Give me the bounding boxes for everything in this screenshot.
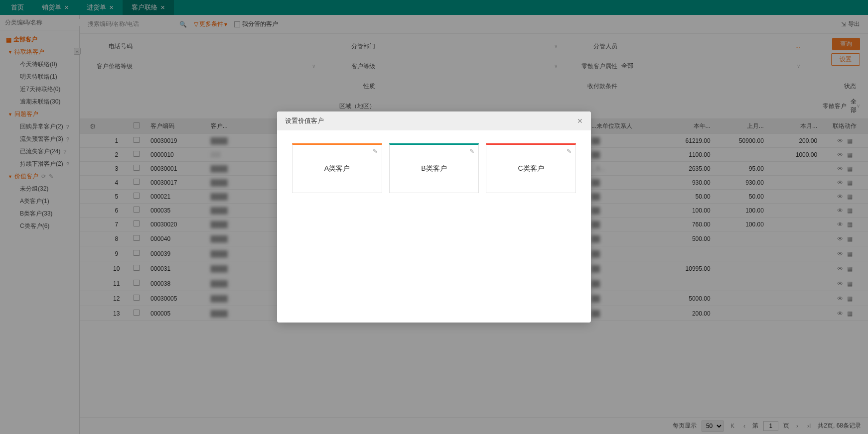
value-card-label: B类客户 — [421, 164, 446, 173]
value-customer-modal: 设置价值客户 ✕ ✎A类客户✎B类客户✎C类客户 — [277, 111, 591, 323]
modal-close-button[interactable]: ✕ — [577, 117, 583, 125]
edit-icon[interactable]: ✎ — [469, 148, 474, 155]
value-customer-card[interactable]: ✎B类客户 — [389, 143, 479, 193]
edit-icon[interactable]: ✎ — [373, 148, 378, 155]
value-customer-card[interactable]: ✎A类客户 — [292, 143, 382, 193]
modal-title: 设置价值客户 — [285, 116, 324, 125]
value-customer-card[interactable]: ✎C类客户 — [486, 143, 576, 193]
modal-header: 设置价值客户 ✕ — [277, 111, 591, 130]
edit-icon[interactable]: ✎ — [567, 148, 572, 155]
value-card-label: C类客户 — [518, 164, 544, 173]
value-card-label: A类客户 — [324, 164, 350, 173]
modal-body: ✎A类客户✎B类客户✎C类客户 — [277, 130, 591, 323]
